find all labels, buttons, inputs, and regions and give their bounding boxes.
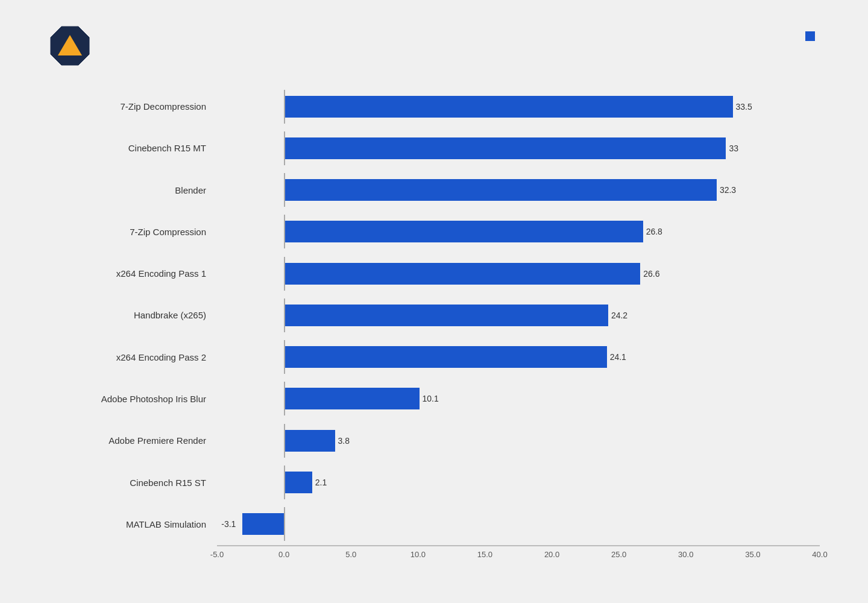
x-tick: 20.0 xyxy=(544,550,559,559)
bar-value-label: 33 xyxy=(729,144,738,153)
bar-area: 10.1 xyxy=(217,382,820,415)
bar-label: Cinebench R15 ST xyxy=(48,478,217,488)
bar-label: Blender xyxy=(48,185,217,195)
x-tick: 35.0 xyxy=(745,550,760,559)
brand-logo xyxy=(48,24,92,68)
bar-value-label: 33.5 xyxy=(736,102,752,112)
bar-label: x264 Encoding Pass 2 xyxy=(48,352,217,362)
bar-value-label: 2.1 xyxy=(315,478,327,487)
bar-label: 7-Zip Decompression xyxy=(48,101,217,112)
x-tick: 30.0 xyxy=(678,550,693,559)
bar-value-label: 24.1 xyxy=(610,352,626,362)
header-left xyxy=(48,24,102,68)
bar-row: MATLAB Simulation-3.1 xyxy=(48,507,820,541)
bar xyxy=(284,96,732,118)
bar-label: Adobe Premiere Render xyxy=(48,435,217,446)
header xyxy=(48,24,820,68)
bar-label: Handbrake (x265) xyxy=(48,310,217,320)
bar-area: 26.8 xyxy=(217,215,820,248)
bar-row: x264 Encoding Pass 126.6 xyxy=(48,257,820,291)
bar xyxy=(284,179,717,201)
bar-row: x264 Encoding Pass 224.1 xyxy=(48,340,820,374)
bar-area: 2.1 xyxy=(217,466,820,499)
bar-label: 7-Zip Compression xyxy=(48,227,217,237)
x-tick: 25.0 xyxy=(611,550,626,559)
bar-label: Cinebench R15 MT xyxy=(48,143,217,153)
bar-row: 7-Zip Decompression33.5 xyxy=(48,90,820,124)
zero-axis-line xyxy=(284,298,285,332)
x-tick: 0.0 xyxy=(278,550,289,559)
bar xyxy=(284,221,643,242)
bar-label: Adobe Photoshop Iris Blur xyxy=(48,394,217,404)
bar-row: 7-Zip Compression26.8 xyxy=(48,215,820,248)
bar-value-label: 32.3 xyxy=(720,185,736,195)
x-tick: 40.0 xyxy=(812,550,827,559)
bar-value-label: 26.8 xyxy=(646,227,662,236)
legend-item xyxy=(805,31,820,41)
zero-axis-line xyxy=(284,382,285,415)
bar-value-label: 10.1 xyxy=(423,394,439,403)
bar-value-label: 26.6 xyxy=(643,269,659,279)
bar-area: 24.1 xyxy=(217,340,820,374)
bar-label: x264 Encoding Pass 1 xyxy=(48,268,217,279)
chart-area: 7-Zip Decompression33.5Cinebench R15 MT3… xyxy=(48,86,820,568)
bar-row: Adobe Photoshop Iris Blur10.1 xyxy=(48,382,820,415)
bar-row: Cinebench R15 MT33 xyxy=(48,131,820,165)
bar-value-label: -3.1 xyxy=(221,519,236,529)
x-tick: 10.0 xyxy=(410,550,426,559)
zero-axis-line xyxy=(284,466,285,499)
bar xyxy=(284,305,608,326)
zero-axis-line xyxy=(284,424,285,458)
bar-label: MATLAB Simulation xyxy=(48,519,217,529)
bar xyxy=(242,513,284,535)
x-tick: 15.0 xyxy=(477,550,492,559)
bar xyxy=(284,388,419,409)
bar-area: 33 xyxy=(217,131,820,165)
bar-area: 26.6 xyxy=(217,257,820,291)
bar xyxy=(284,263,640,285)
bar-area: 24.2 xyxy=(217,298,820,332)
bar xyxy=(284,346,607,368)
x-tick: -5.0 xyxy=(210,550,224,559)
bar-row: Cinebench R15 ST2.1 xyxy=(48,466,820,499)
bar xyxy=(284,430,335,452)
zero-axis-line xyxy=(284,173,285,207)
zero-axis-line xyxy=(284,340,285,374)
axis-line xyxy=(217,545,820,546)
bar-value-label: 3.8 xyxy=(338,436,350,446)
zero-axis-line xyxy=(284,90,285,124)
bar-row: Adobe Premiere Render3.8 xyxy=(48,424,820,458)
bar-area: 33.5 xyxy=(217,90,820,124)
zero-axis-line xyxy=(284,507,285,541)
legend-swatch xyxy=(805,31,815,41)
bar xyxy=(284,137,726,159)
bar-area: -3.1 xyxy=(217,507,820,541)
zero-axis-line xyxy=(284,215,285,248)
legend xyxy=(805,24,820,41)
bar-row: Blender32.3 xyxy=(48,173,820,207)
x-axis: -5.00.05.010.015.020.025.030.035.040.0 xyxy=(217,550,820,568)
bar-area: 32.3 xyxy=(217,173,820,207)
zero-axis-line xyxy=(284,131,285,165)
zero-axis-line xyxy=(284,257,285,291)
chart-container: 7-Zip Decompression33.5Cinebench R15 MT3… xyxy=(30,12,838,591)
bars-section: 7-Zip Decompression33.5Cinebench R15 MT3… xyxy=(48,86,820,545)
bar-row: Handbrake (x265)24.2 xyxy=(48,298,820,332)
bar xyxy=(284,472,312,493)
bar-area: 3.8 xyxy=(217,424,820,458)
bar-value-label: 24.2 xyxy=(611,311,627,320)
x-tick: 5.0 xyxy=(345,550,356,559)
